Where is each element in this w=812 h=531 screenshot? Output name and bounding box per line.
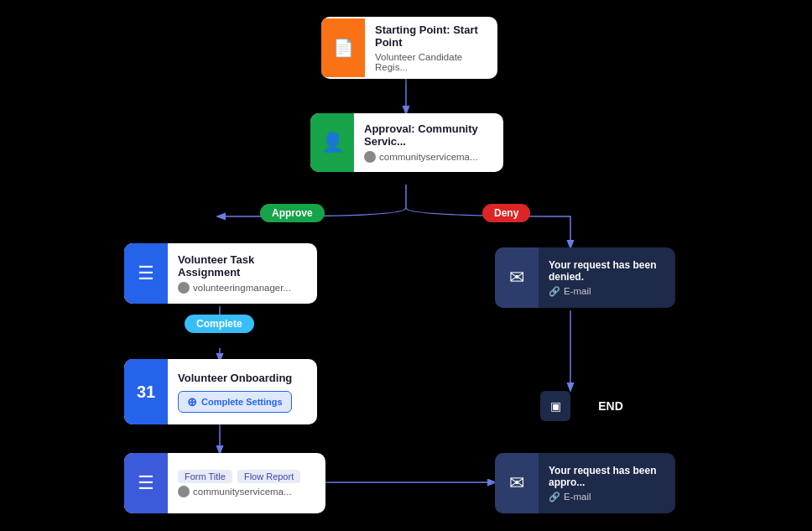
approved-email-icon: ✉ [495,453,539,513]
approve-badge: Approve [260,204,325,222]
onboarding-title: Volunteer Onboarding [178,372,307,384]
form-tag1: Form Title [178,470,232,483]
approval-subtitle: communityservicema... [364,151,493,163]
task-icon: ☰ [124,243,168,304]
approved-email-title: Your request has been appro... [549,465,665,488]
deny-email-subtitle: 🔗 E-mail [549,286,665,297]
task-title: Volunteer Task Assignment [178,253,307,279]
workflow-canvas: 📄 Starting Point: Start Point Volunteer … [0,0,812,531]
start-icon: 📄 [321,18,365,77]
deny-email-icon: ✉ [495,247,539,308]
start-subtitle: Volunteer Candidate Regis... [375,52,487,72]
task-person-icon [178,282,190,294]
form-icon: ☰ [124,453,168,513]
form-content: Form Title Flow Report communityservicem… [168,463,325,504]
form-person-icon [178,486,190,497]
approval-icon: 👤 [310,113,354,172]
task-node[interactable]: ☰ Volunteer Task Assignment volunteering… [124,243,317,304]
deny-badge: Deny [482,204,530,222]
end-node-wrap: ▣ END [540,391,644,421]
start-title: Starting Point: Start Point [375,23,487,49]
connectors-svg [0,0,812,531]
start-content: Starting Point: Start Point Volunteer Ca… [365,17,497,79]
form-node[interactable]: ☰ Form Title Flow Report communityservic… [124,453,325,513]
complete-settings-button[interactable]: ⊕ Complete Settings [178,391,292,413]
end-icon-box: ▣ [540,391,570,421]
task-subtitle: volunteeringmanager... [178,282,307,294]
form-tags: Form Title Flow Report [178,470,315,483]
onboarding-node[interactable]: 31 Volunteer Onboarding ⊕ Complete Setti… [124,359,317,424]
approval-title: Approval: Community Servic... [364,122,493,148]
approved-email-node[interactable]: ✉ Your request has been appro... 🔗 E-mai… [495,453,675,513]
form-tag2: Flow Report [237,470,300,483]
approved-email-subtitle: 🔗 E-mail [549,492,665,502]
deny-email-content: Your request has been denied. 🔗 E-mail [539,252,675,304]
approval-node[interactable]: 👤 Approval: Community Servic... communit… [310,113,503,172]
approval-content: Approval: Community Servic... communitys… [354,116,503,169]
onboarding-content: Volunteer Onboarding ⊕ Complete Settings [168,365,317,419]
person-icon [364,151,376,163]
deny-email-node[interactable]: ✉ Your request has been denied. 🔗 E-mail [495,247,675,308]
task-content: Volunteer Task Assignment volunteeringma… [168,247,317,300]
onboarding-icon: 31 [124,359,168,424]
form-subtitle: communityservicema... [178,486,315,497]
complete-badge: Complete [185,315,254,333]
end-label: END [577,391,644,421]
approved-email-content: Your request has been appro... 🔗 E-mail [539,458,675,509]
start-node[interactable]: 📄 Starting Point: Start Point Volunteer … [321,17,497,79]
deny-email-title: Your request has been denied. [549,259,665,283]
